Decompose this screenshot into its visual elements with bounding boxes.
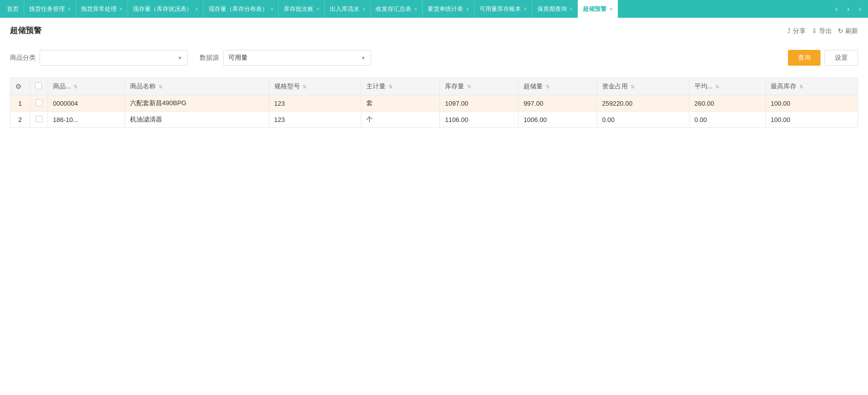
nav-tab-4[interactable]: 现存量（库存分布表） × — [204, 0, 279, 18]
page-title: 超储预警 — [10, 26, 42, 36]
sort-icon: ⇅ — [74, 84, 78, 89]
close-icon[interactable]: × — [466, 6, 469, 12]
th-spec[interactable]: 规格型号 ⇅ — [269, 78, 361, 95]
unit: 个 — [361, 112, 440, 128]
sort-icon: ⇅ — [799, 84, 803, 89]
datasource-filter: 数据源 可用量 ▼ — [200, 50, 371, 66]
nav-tab-6[interactable]: 出入库流水 × — [325, 0, 371, 18]
nav-tab-3[interactable]: 现存量（库存状况表） × — [128, 0, 204, 18]
close-icon[interactable]: × — [362, 6, 365, 12]
product-name: 机油滤清器 — [125, 112, 269, 128]
header-actions: ⤴ 分享 ⇩ 导出 ↻ 刷新 — [787, 27, 858, 36]
export-button[interactable]: ⇩ 导出 — [812, 27, 832, 36]
close-icon[interactable]: × — [524, 6, 527, 12]
nav-tab-8[interactable]: 要货单统计表 × — [423, 0, 475, 18]
close-icon[interactable]: × — [195, 6, 198, 12]
nav-arrows: ‹ › › — [830, 0, 866, 18]
category-filter: 商品分类 ▼ — [10, 50, 188, 66]
nav-tab-2[interactable]: 拣货异常处理 × — [76, 0, 128, 18]
nav-tab-10[interactable]: 保质期查询 × — [532, 0, 578, 18]
th-check — [30, 78, 48, 95]
spec: 123 — [269, 112, 361, 128]
nav-tab-5[interactable]: 库存批次账 × — [279, 0, 325, 18]
refresh-button[interactable]: ↻ 刷新 — [838, 27, 858, 36]
sort-icon: ⇅ — [546, 84, 550, 89]
page-header: 超储预警 ⤴ 分享 ⇩ 导出 ↻ 刷新 — [10, 26, 858, 36]
max-stock: 100.00 — [766, 112, 858, 128]
refresh-icon: ↻ — [838, 27, 843, 35]
share-icon: ⤴ — [787, 27, 791, 35]
gear-icon[interactable]: ⚙ — [15, 82, 22, 90]
product-code: 186-10... — [48, 112, 125, 128]
row-checkbox-cell — [30, 112, 48, 128]
capital: 0.00 — [597, 112, 689, 128]
row-checkbox[interactable] — [36, 116, 43, 122]
th-product-name[interactable]: 商品名称 ⇅ — [125, 78, 269, 95]
nav-prev-button[interactable]: ‹ — [830, 0, 842, 18]
close-icon[interactable]: × — [316, 6, 319, 12]
th-settings: ⚙ — [10, 78, 30, 95]
select-all-checkbox[interactable] — [35, 82, 42, 89]
row-index: 2 — [10, 112, 30, 128]
nav-next-button[interactable]: › — [842, 0, 854, 18]
unit: 套 — [361, 95, 440, 112]
spec: 123 — [269, 95, 361, 112]
settings-button[interactable]: 设置 — [825, 50, 858, 66]
nav-tab-active[interactable]: 超储预警 × — [578, 0, 618, 18]
overstock: 1006.00 — [519, 112, 597, 128]
query-button[interactable]: 查询 — [788, 50, 821, 66]
avg: 0.00 — [689, 112, 765, 128]
close-icon[interactable]: × — [570, 6, 573, 12]
th-overstock[interactable]: 超储量 ⇅ — [519, 78, 597, 95]
product-name: 六配套新昌490BPG — [125, 95, 269, 112]
page-content: 超储预警 ⤴ 分享 ⇩ 导出 ↻ 刷新 商品分类 ▼ 数据源 — [0, 18, 868, 395]
nav-tab-1[interactable]: 拣货任务管理 × — [24, 0, 76, 18]
sort-icon: ⇅ — [467, 84, 471, 89]
datasource-select-value: 可用量 — [228, 53, 248, 62]
nav-more-button[interactable]: › — [854, 0, 866, 18]
nav-tab-9[interactable]: 可用量库存账本 × — [475, 0, 532, 18]
row-index: 1 — [10, 95, 30, 112]
datasource-select[interactable]: 可用量 ▼ — [223, 50, 371, 66]
filter-actions: 查询 设置 — [788, 50, 858, 66]
table-row: 1 0000004 六配套新昌490BPG 123 套 1097.00 997.… — [10, 95, 858, 112]
th-capital[interactable]: 资金占用 ⇅ — [597, 78, 689, 95]
row-checkbox[interactable] — [36, 99, 43, 106]
overstock: 997.00 — [519, 95, 597, 112]
max-stock: 100.00 — [766, 95, 858, 112]
sort-icon: ⇅ — [159, 84, 163, 89]
product-code: 0000004 — [48, 95, 125, 112]
close-icon[interactable]: × — [68, 6, 71, 12]
stock: 1097.00 — [440, 95, 519, 112]
nav-tab-home[interactable]: 首页 — [2, 0, 24, 18]
th-product-code[interactable]: 商品... ⇅ — [48, 78, 125, 95]
category-select[interactable]: ▼ — [40, 50, 188, 66]
category-label: 商品分类 — [10, 53, 36, 62]
share-button[interactable]: ⤴ 分享 — [787, 27, 806, 36]
filter-bar: 商品分类 ▼ 数据源 可用量 ▼ 查询 设置 — [10, 44, 858, 72]
th-max-stock[interactable]: 最高库存 ⇅ — [766, 78, 858, 95]
row-checkbox-cell — [30, 95, 48, 112]
th-stock[interactable]: 库存量 ⇅ — [440, 78, 519, 95]
close-icon[interactable]: × — [120, 6, 123, 12]
sort-icon: ⇅ — [631, 84, 635, 89]
th-avg[interactable]: 平均... ⇅ — [689, 78, 765, 95]
data-table: ⚙ 商品... ⇅ 商品名称 ⇅ 规格型号 ⇅ 主计量 — [10, 78, 858, 128]
stock: 1106.00 — [440, 112, 519, 128]
avg: 260.00 — [689, 95, 765, 112]
sort-icon: ⇅ — [303, 84, 306, 89]
sort-icon: ⇅ — [715, 84, 719, 89]
nav-tab-7[interactable]: 收发存汇总表 × — [371, 0, 423, 18]
sort-icon: ⇅ — [389, 84, 392, 89]
chevron-down-icon: ▼ — [177, 55, 182, 61]
datasource-label: 数据源 — [200, 53, 219, 62]
th-unit[interactable]: 主计量 ⇅ — [361, 78, 440, 95]
table-row: 2 186-10... 机油滤清器 123 个 1106.00 1006.00 … — [10, 112, 858, 128]
capital: 259220.00 — [597, 95, 689, 112]
close-icon[interactable]: × — [414, 6, 417, 12]
close-icon[interactable]: × — [609, 6, 612, 12]
top-navigation: 首页 拣货任务管理 × 拣货异常处理 × 现存量（库存状况表） × 现存量（库存… — [0, 0, 868, 18]
close-icon[interactable]: × — [271, 6, 274, 12]
export-icon: ⇩ — [812, 27, 817, 35]
chevron-down-icon: ▼ — [361, 55, 366, 61]
